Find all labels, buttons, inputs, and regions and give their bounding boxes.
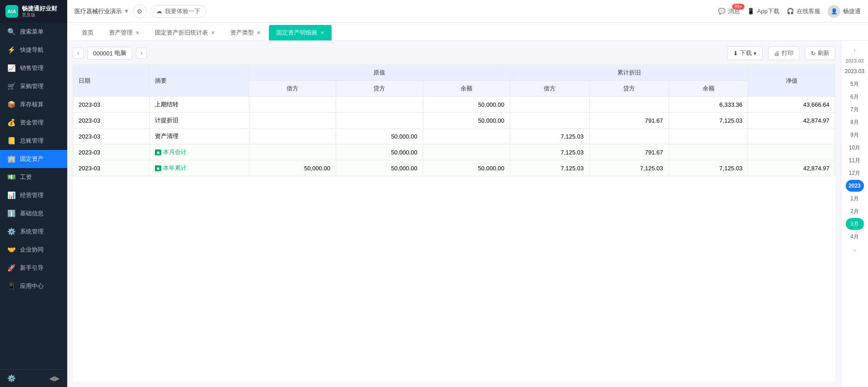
timeline-month-5[interactable]: 5月 <box>846 78 864 90</box>
sidebar-item-guide[interactable]: 🚀 新手引导 <box>0 259 67 277</box>
topbar: 医疗器械行业演示 ▼ ⚙ ☁ 我要体验一下 💬 消息 99+ 📱 App下载 🎧… <box>67 0 868 23</box>
cell-orig-debit <box>249 113 336 129</box>
cell-dep-balance: 7,125.03 <box>669 160 748 176</box>
sidebar-item-search[interactable]: 🔍 搜索菜单 <box>0 23 67 41</box>
tab-detail[interactable]: 固定资产明细账✕ <box>269 25 332 40</box>
table-row: 2023-03 上期结转 50,000.00 6,333.36 43,666.6… <box>73 97 835 113</box>
timeline-top-label: 2023.03 <box>846 65 864 77</box>
tab-assets[interactable]: 资产管理✕ <box>102 25 147 40</box>
tab-close-detail[interactable]: ✕ <box>320 30 324 36</box>
download-button[interactable]: ⬇ 下载 ▾ <box>727 46 763 60</box>
timeline-month-4[interactable]: 4月 <box>846 231 864 243</box>
timeline-up-icon[interactable]: ‹ <box>852 45 858 55</box>
timeline-month-2[interactable]: 2月 <box>846 205 864 217</box>
cell-dep-debit: 7,125.03 <box>510 129 590 144</box>
sidebar-item-inventory[interactable]: 📦 库存核算 <box>0 95 67 114</box>
sidebar-item-app-center[interactable]: 📱 应用中心 <box>0 277 67 295</box>
tab-depreciation[interactable]: 固定资产折旧统计表✕ <box>148 25 222 40</box>
cell-dep-credit: 791.67 <box>589 113 669 129</box>
sidebar-icon-search: 🔍 <box>7 28 15 36</box>
tab-label-detail: 固定资产明细账 <box>276 29 317 37</box>
sidebar-item-finance[interactable]: 💰 资金管理 <box>0 114 67 132</box>
cell-orig-debit <box>249 144 336 160</box>
user-menu[interactable]: 👤 畅捷通 <box>828 5 861 18</box>
sidebar-item-enterprise[interactable]: 🤝 企业协同 <box>0 241 67 259</box>
refresh-button[interactable]: ↻ 刷新 <box>805 46 835 60</box>
refresh-icon: ↻ <box>811 50 816 57</box>
timeline-month-7[interactable]: 7月 <box>846 104 864 115</box>
cell-dep-debit: 7,125.03 <box>510 160 590 176</box>
table-row: 2023-03 资产清理 50,000.00 7,125.03 <box>73 129 835 144</box>
toolbar-left: ‹ 000001 电脑 › <box>73 47 147 60</box>
sidebar-item-basic-info[interactable]: ℹ️ 基础信息 <box>0 204 67 223</box>
collapse-icon[interactable]: ◀▶ <box>49 374 60 382</box>
content-area: ‹ 000001 电脑 › ⬇ 下载 ▾ 🖨 打印 <box>67 41 868 387</box>
timeline-year-header: 2023.03 <box>846 58 864 64</box>
timeline-down-icon[interactable]: ⌄ <box>850 243 859 254</box>
record-badge: 000001 电脑 <box>87 47 132 60</box>
tab-close-assets[interactable]: ✕ <box>135 30 139 36</box>
sidebar-icon-purchase: 🛒 <box>7 82 15 90</box>
table-row: 2023-03 计提折旧 50,000.00 791.67 7,125.03 4… <box>73 113 835 129</box>
timeline-month-3[interactable]: 3月 <box>846 218 864 230</box>
online-service-button[interactable]: 🎧 在线客服 <box>787 7 820 15</box>
print-button[interactable]: 🖨 打印 <box>768 46 799 60</box>
cell-orig-balance <box>423 144 510 160</box>
sidebar-item-payroll[interactable]: 💵 工资 <box>0 168 67 186</box>
sidebar-item-operations[interactable]: 📊 经营管理 <box>0 186 67 204</box>
col-header-dep-credit: 贷方 <box>589 81 669 97</box>
table-row: 2023-03 ■本月合计 50,000.00 7,125.03 791.67 <box>73 144 835 160</box>
settings-icon[interactable]: ⚙️ <box>7 374 16 382</box>
prev-record-button[interactable]: ‹ <box>73 48 84 59</box>
sidebar-item-ledger[interactable]: 📒 总账管理 <box>0 132 67 150</box>
tab-label-asset-type: 资产类型 <box>230 29 254 37</box>
next-record-button[interactable]: › <box>136 48 147 59</box>
main-area: 医疗器械行业演示 ▼ ⚙ ☁ 我要体验一下 💬 消息 99+ 📱 App下载 🎧… <box>67 0 868 387</box>
sidebar-label-finance: 资金管理 <box>20 119 44 127</box>
timeline-month-1[interactable]: 1月 <box>846 193 864 204</box>
col-header-orig-value: 原值 <box>249 65 510 81</box>
sidebar-icon-operations: 📊 <box>7 191 15 199</box>
timeline-month-11[interactable]: 11月 <box>846 154 864 166</box>
avatar: 👤 <box>828 5 840 18</box>
content-inner: ‹ 000001 电脑 › ⬇ 下载 ▾ 🖨 打印 <box>67 41 841 387</box>
message-button[interactable]: 💬 消息 99+ <box>718 7 740 15</box>
timeline-month-9[interactable]: 9月 <box>846 129 864 141</box>
cell-net-value <box>748 144 835 160</box>
sidebar-label-basic-info: 基础信息 <box>20 209 44 218</box>
experience-button[interactable]: ☁ 我要体验一下 <box>150 5 206 18</box>
sidebar-icon-guide: 🚀 <box>7 264 15 272</box>
tab-close-asset-type[interactable]: ✕ <box>257 30 261 36</box>
sidebar: AtA 畅捷通好业财 普及版 🔍 搜索菜单 ⚡ 快捷导航 📈 销售管理 🛒 采购… <box>0 0 67 387</box>
sidebar-label-quicknav: 快捷导航 <box>20 46 44 54</box>
sidebar-item-purchase[interactable]: 🛒 采购管理 <box>0 77 67 95</box>
tab-close-depreciation[interactable]: ✕ <box>211 30 215 36</box>
settings-button[interactable]: ⚙ <box>133 5 147 18</box>
sidebar-icon-finance: 💰 <box>7 119 15 127</box>
timeline-month-12[interactable]: 12月 <box>846 167 864 179</box>
tab-label-home: 首页 <box>82 29 94 37</box>
timeline-month-6[interactable]: 6月 <box>846 91 864 103</box>
cell-desc: 计提折旧 <box>149 113 249 129</box>
app-download-button[interactable]: 📱 App下载 <box>747 7 779 15</box>
download-arrow-icon: ▾ <box>754 50 757 57</box>
sidebar-label-inventory: 库存核算 <box>20 100 44 109</box>
tab-home[interactable]: 首页 <box>74 25 101 40</box>
sidebar-item-sales[interactable]: 📈 销售管理 <box>0 59 67 77</box>
sidebar-footer: ⚙️ ◀▶ <box>0 369 67 387</box>
cell-orig-credit <box>336 113 423 129</box>
sidebar-item-system[interactable]: ⚙️ 系统管理 <box>0 223 67 241</box>
sidebar-item-fixed-assets[interactable]: 🏢 固定资产 <box>0 150 67 168</box>
tab-asset-type[interactable]: 资产类型✕ <box>223 25 268 40</box>
timeline-month-8[interactable]: 8月 <box>846 116 864 128</box>
sidebar-icon-payroll: 💵 <box>7 173 15 181</box>
sidebar-label-enterprise: 企业协同 <box>20 246 44 254</box>
timeline-month-10[interactable]: 10月 <box>846 142 864 154</box>
cell-orig-debit <box>249 129 336 144</box>
tab-label-depreciation: 固定资产折旧统计表 <box>155 29 208 37</box>
company-selector[interactable]: 医疗器械行业演示 ▼ <box>74 7 129 15</box>
timeline-year-badge[interactable]: 2023 <box>846 180 864 192</box>
user-name: 畅捷通 <box>843 7 861 15</box>
sidebar-item-quicknav[interactable]: ⚡ 快捷导航 <box>0 41 67 59</box>
message-count: 99+ <box>732 4 744 10</box>
